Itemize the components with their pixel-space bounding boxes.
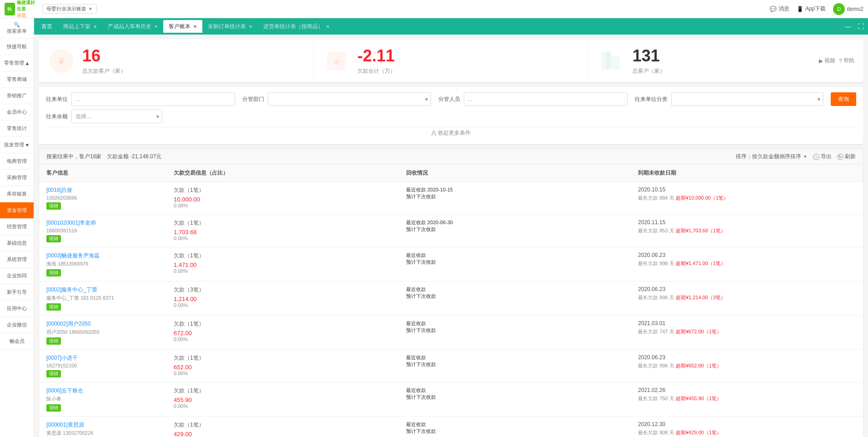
- tab-purchase-stats[interactable]: 进货单统计表（按商品） ✕: [258, 20, 335, 33]
- close-icon[interactable]: ✕: [326, 24, 330, 29]
- due-date: 2020.06.23: [638, 354, 856, 361]
- customer-id-link[interactable]: [0002]服务中心_丁蕾: [46, 286, 159, 294]
- debt-amount[interactable]: 455.90: [174, 397, 391, 403]
- overdue-amount-link[interactable]: 超期¥10,000.00（1笔）: [676, 195, 728, 201]
- table-row: [0003]畅捷服务尹海蕊 海燕 18513066976 现销 欠款（1笔） 1…: [39, 247, 863, 281]
- debt-info-cell: 欠款（3笔） 1,214.00 0.00%: [166, 281, 399, 315]
- overdue-amount-link[interactable]: 超期¥652.00（1笔）: [676, 363, 722, 368]
- refresh-btn[interactable]: ↻ 刷新: [837, 153, 856, 161]
- customer-id-link[interactable]: [0016]吕俊: [46, 186, 159, 194]
- next-collection: 预计下次收款: [406, 259, 624, 266]
- sidebar-item-enterprise[interactable]: 企业协同: [0, 268, 34, 284]
- sidebar-item-retail-mall[interactable]: 零售商城: [0, 71, 34, 88]
- export-btn[interactable]: ○ 导出: [813, 153, 832, 161]
- sidebar-item-vip[interactable]: 畅会员: [0, 333, 34, 350]
- customer-id-link[interactable]: [0007]小进千: [46, 354, 159, 362]
- balance-input[interactable]: 选择... ▼: [71, 110, 162, 123]
- customer-id-link[interactable]: [0006]去下粮仓: [46, 387, 159, 395]
- sidebar-item-label: 快捷导航: [7, 44, 27, 49]
- debt-amount[interactable]: 10,000.00: [174, 196, 391, 203]
- overdue-amount-link[interactable]: 超期¥1,214.00（3笔）: [676, 295, 726, 300]
- balance-label: 往来余额: [46, 113, 68, 121]
- close-icon[interactable]: ✕: [249, 24, 252, 29]
- sidebar-item-finance[interactable]: 资金管理: [0, 202, 34, 219]
- customer-id-link[interactable]: [000001]黄思源: [46, 421, 159, 429]
- sidebar-item-marketing[interactable]: 营销推广: [0, 88, 34, 104]
- sidebar-item-retail-stats[interactable]: 零售统计: [0, 121, 34, 137]
- close-icon[interactable]: ✕: [193, 24, 197, 29]
- customer-info-cell: [0006]去下粮仓 陈小希 现销: [39, 382, 166, 416]
- sidebar-item-basic-info[interactable]: 基础信息: [0, 235, 34, 251]
- debt-count: 欠款（1笔）: [174, 387, 391, 395]
- debt-amount[interactable]: 1,471.00: [174, 261, 391, 268]
- svg-rect-6: [607, 50, 612, 69]
- source-unit-input[interactable]: ...: [71, 92, 235, 106]
- tab-minimize-btn[interactable]: —: [843, 21, 853, 32]
- debt-amount[interactable]: 1,214.00: [174, 296, 391, 302]
- sidebar-item-newbie[interactable]: 新手引导: [0, 284, 34, 301]
- sidebar-item-label: 基础信息: [7, 240, 27, 246]
- collapse-btn[interactable]: ⋀ 收起更多条件: [46, 127, 856, 139]
- result-text: 搜索结果中，客户16家: [46, 153, 101, 160]
- overdue-amount-label: 欠款合计（万）: [357, 67, 396, 75]
- message-btn[interactable]: 💬 消息: [770, 5, 789, 13]
- due-date: 2020.06.23: [638, 286, 856, 292]
- sidebar-item-operations[interactable]: 经营管理: [0, 219, 34, 235]
- sidebar-item-label: 采购管理: [7, 175, 27, 180]
- sidebar-search-label: 搜索菜单: [2, 28, 32, 35]
- customer-id-link[interactable]: [0001020001]李老师: [46, 219, 159, 227]
- sidebar-item-quick-nav[interactable]: 快捷导航: [0, 39, 34, 55]
- close-icon[interactable]: ✕: [93, 24, 97, 29]
- stat-info-3: 131 总客户（家）: [632, 46, 665, 75]
- table-header: 客户信息 欠款交易信息（占比） 回收情况 到期未收款日期: [39, 165, 863, 182]
- user-profile[interactable]: D demo2: [833, 3, 863, 15]
- sidebar-item-ecommerce[interactable]: 电商管理: [0, 153, 34, 170]
- tab-purchase-order[interactable]: 采购订单统计表 ✕: [202, 20, 258, 33]
- logo-area: 畅 畅捷通好生意 示范: [5, 0, 39, 19]
- sidebar-item-system[interactable]: 系统管理: [0, 251, 34, 268]
- debt-amount[interactable]: 429.00: [174, 431, 391, 437]
- sidebar-item-inventory[interactable]: 库存核算: [0, 186, 34, 202]
- total-customers-label: 总客户（家）: [632, 67, 665, 75]
- sidebar-item-retail-mgmt[interactable]: 零售管理 ▲: [0, 55, 34, 71]
- overdue-amount-link[interactable]: 超期¥672.00（1笔）: [676, 329, 722, 334]
- app-download-btn[interactable]: 📱 App下载: [797, 5, 826, 13]
- customer-id-link[interactable]: [0003]畅捷服务尹海蕊: [46, 252, 159, 260]
- sidebar-item-label: 电商管理: [7, 158, 27, 164]
- collection-cell: 最近收款 预计下次收款: [399, 281, 631, 315]
- unit-category-input[interactable]: ▼: [671, 92, 824, 106]
- overdue-amount-link[interactable]: 超期¥1,703.68（1笔）: [676, 228, 726, 233]
- sidebar-search[interactable]: 🔍 搜索菜单: [0, 18, 34, 39]
- sidebar-item-app-center[interactable]: 应用中心: [0, 301, 34, 317]
- sidebar-item-purchase[interactable]: 采购管理: [0, 170, 34, 186]
- chevron-down-icon: ▼: [88, 6, 93, 11]
- download-icon: 📱: [797, 6, 803, 12]
- dept-input[interactable]: ▼: [268, 92, 431, 106]
- tab-home[interactable]: 首页: [36, 20, 58, 33]
- debt-amount[interactable]: 1,703.68: [174, 229, 391, 236]
- person-label: 分管人员: [438, 95, 460, 103]
- table-row: [0002]服务中心_丁蕾 服务中心_丁蕾 181 0125 8371 现销 欠…: [39, 281, 863, 316]
- help-btn[interactable]: ? 帮助: [839, 57, 854, 65]
- export-icon: ○: [813, 154, 819, 160]
- customer-id-link[interactable]: [000002]用户2050: [46, 320, 159, 328]
- close-icon[interactable]: ✕: [154, 24, 158, 29]
- overdue-days: 最长欠款 750 天: [638, 396, 674, 401]
- person-input[interactable]: ...: [464, 92, 627, 106]
- tab-product-off[interactable]: 商品上下架 ✕: [58, 20, 102, 33]
- debt-amount[interactable]: 652.00: [174, 364, 391, 371]
- video-btn[interactable]: ▶ 视频: [819, 57, 835, 65]
- overdue-amount-link[interactable]: 超期¥1,471.00（1笔）: [676, 261, 726, 266]
- overdue-amount-link[interactable]: 超期¥429.00（1笔）: [676, 430, 722, 435]
- overdue-amount-link[interactable]: 超期¥455.90（1笔）: [676, 396, 722, 401]
- tab-production-history[interactable]: 产成品入库单历史 ✕: [102, 20, 163, 33]
- debt-amount[interactable]: 672.00: [174, 330, 391, 337]
- sort-selector[interactable]: 排序：按欠款金额倒序排序 ▼: [736, 153, 808, 161]
- sidebar-item-batch-mgmt[interactable]: 批发管理 ▼: [0, 137, 34, 153]
- company-selector[interactable]: 母婴行业演示账套 ▼: [42, 4, 97, 14]
- sidebar-item-wechat[interactable]: 企业微信: [0, 317, 34, 333]
- sidebar-item-member[interactable]: 会员中心: [0, 104, 34, 121]
- search-button[interactable]: 查询: [831, 92, 856, 106]
- tab-expand-btn[interactable]: ⛶: [855, 21, 866, 32]
- tab-customer-account[interactable]: 客户账本 ✕: [163, 20, 202, 33]
